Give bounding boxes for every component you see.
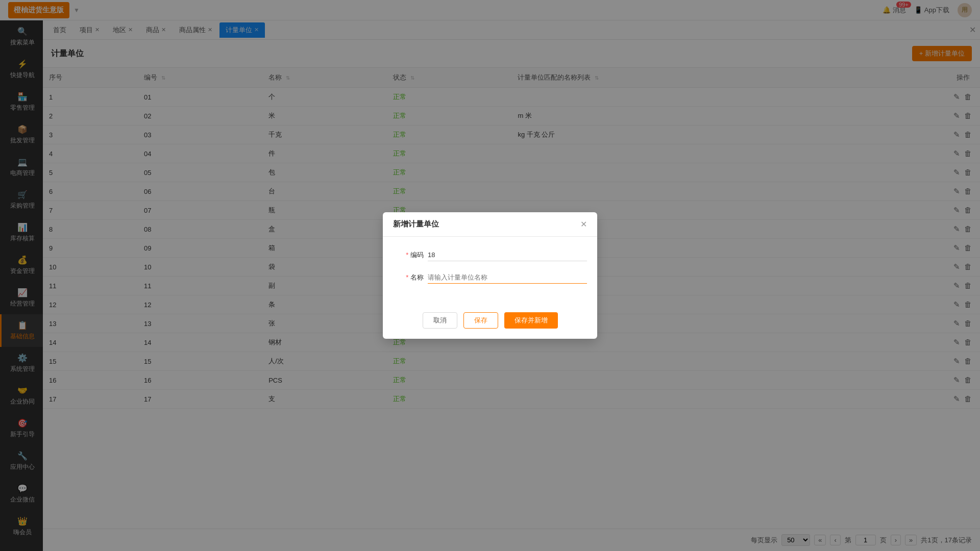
cancel-button[interactable]: 取消 <box>423 312 457 329</box>
modal-overlay[interactable]: 新增计量单位 ✕ 编码 名称 取消 保存 保存并新增 <box>0 0 980 551</box>
save-button[interactable]: 保存 <box>463 312 498 329</box>
form-row-name: 名称 <box>393 271 587 284</box>
modal-body: 编码 名称 <box>383 237 597 306</box>
name-label: 名称 <box>393 273 424 282</box>
code-input[interactable] <box>428 249 587 261</box>
form-row-code: 编码 <box>393 249 587 261</box>
add-unit-modal: 新增计量单位 ✕ 编码 名称 取消 保存 保存并新增 <box>383 212 597 339</box>
save-and-new-button[interactable]: 保存并新增 <box>504 312 558 329</box>
modal-header: 新增计量单位 ✕ <box>383 212 597 237</box>
modal-footer: 取消 保存 保存并新增 <box>383 306 597 339</box>
modal-title: 新增计量单位 <box>393 219 439 229</box>
modal-close-button[interactable]: ✕ <box>580 219 587 229</box>
code-label: 编码 <box>393 251 424 260</box>
name-input[interactable] <box>428 271 587 284</box>
